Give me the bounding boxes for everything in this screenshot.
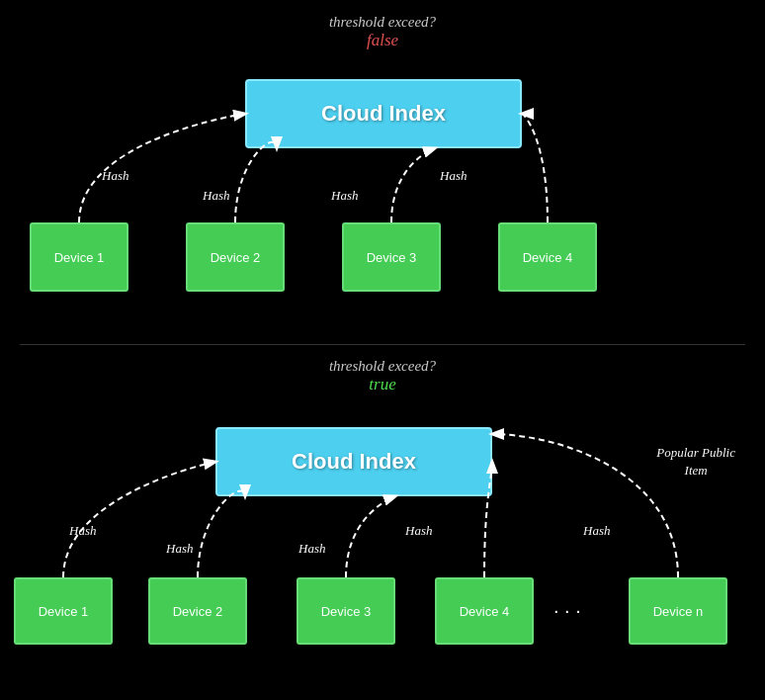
bottom-device-3: Device 3: [297, 577, 395, 645]
top-threshold-value: false: [0, 31, 765, 50]
bottom-device-4: Device 4: [435, 577, 534, 645]
bottom-hash-4: Hash: [405, 523, 432, 539]
bottom-arrows: [0, 350, 765, 700]
bottom-hash-2: Hash: [166, 541, 193, 557]
bottom-threshold-value: true: [0, 375, 765, 394]
top-threshold-question: threshold exceed?: [329, 14, 436, 30]
bottom-hash-3: Hash: [298, 541, 325, 557]
top-hash-1: Hash: [102, 168, 128, 184]
divider: [20, 344, 745, 345]
top-threshold-label: threshold exceed? false: [0, 14, 765, 50]
top-device-1: Device 1: [30, 222, 128, 292]
top-cloud-box: Cloud Index: [245, 79, 522, 148]
top-hash-4: Hash: [440, 168, 467, 184]
bottom-dots: . . .: [553, 595, 581, 618]
bottom-hash-5: Hash: [583, 523, 610, 539]
bottom-device-2: Device 2: [148, 577, 247, 645]
top-device-4: Device 4: [498, 222, 597, 292]
top-device-3: Device 3: [342, 222, 441, 292]
top-hash-2: Hash: [203, 188, 229, 204]
bottom-threshold-label: threshold exceed? true: [0, 358, 765, 394]
diagram: threshold exceed? false Cloud Index Devi…: [0, 0, 765, 700]
bottom-hash-1: Hash: [69, 523, 96, 539]
popular-label: Popular PublicItem: [656, 444, 735, 480]
top-section: threshold exceed? false Cloud Index Devi…: [0, 0, 765, 336]
bottom-device-n: Device n: [629, 577, 727, 645]
top-hash-3: Hash: [331, 188, 358, 204]
top-device-2: Device 2: [186, 222, 285, 292]
bottom-device-1: Device 1: [14, 577, 113, 645]
bottom-threshold-question: threshold exceed?: [329, 358, 436, 374]
bottom-cloud-box: Cloud Index: [215, 427, 492, 496]
bottom-section: threshold exceed? true Cloud Index Devic…: [0, 350, 765, 700]
